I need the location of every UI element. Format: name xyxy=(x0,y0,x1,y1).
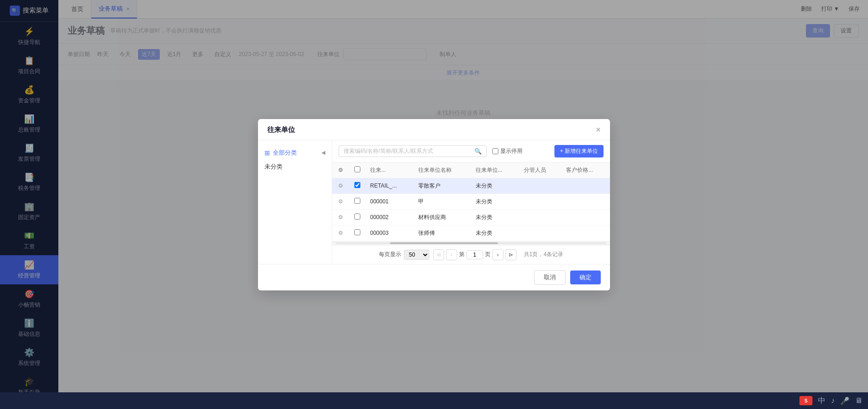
row-code: 000003 xyxy=(365,225,414,241)
scrollbar-thumb xyxy=(390,242,498,244)
dialog-body: ⊞ 全部分类 ◀ 未分类 🔍 显示停用 xyxy=(258,140,610,264)
search-box: 🔍 xyxy=(339,145,487,157)
row-manager xyxy=(519,225,561,241)
row-checkbox-cell[interactable] xyxy=(349,225,365,241)
taskbar-zh-icon[interactable]: 中 xyxy=(818,396,825,406)
page-input[interactable] xyxy=(466,250,483,259)
page-suffix: 页 xyxy=(485,251,491,258)
col-price[interactable]: 客户价格... xyxy=(561,163,610,178)
dialog-close-icon[interactable]: × xyxy=(596,126,601,134)
row-checkbox-cell[interactable] xyxy=(349,178,365,194)
row-checkbox-cell[interactable] xyxy=(349,194,365,209)
per-page-label: 每页显示 xyxy=(379,251,401,258)
category-panel: ⊞ 全部分类 ◀ 未分类 xyxy=(258,140,332,264)
search-input[interactable] xyxy=(344,148,472,154)
table-row[interactable]: ⚙ 000003 张师傅 未分类 xyxy=(332,225,610,241)
row-category: 未分类 xyxy=(471,194,520,209)
row-name: 零散客户 xyxy=(414,178,471,194)
row-code: 000002 xyxy=(365,209,414,225)
col-manager[interactable]: 分管人员 xyxy=(519,163,561,178)
row-name: 张师傅 xyxy=(414,225,471,241)
taskbar-logo-icon: S xyxy=(799,396,812,405)
show-disabled-checkbox[interactable] xyxy=(492,148,498,154)
page-nav: ⊲ ‹ 第 页 › ⊳ xyxy=(433,249,516,260)
row-category: 未分类 xyxy=(471,209,520,225)
total-info: 共1页，4条记录 xyxy=(524,251,563,258)
col-check xyxy=(349,163,365,178)
row-manager xyxy=(519,178,561,194)
collapse-icon[interactable]: ◀ xyxy=(321,150,325,156)
pagination: 每页显示 50 20 100 ⊲ ‹ 第 页 › xyxy=(332,245,610,264)
row-code: RETAIL_... xyxy=(365,178,414,194)
row-gear-cell: ⚙ xyxy=(332,209,349,225)
row-checkbox-cell[interactable] xyxy=(349,209,365,225)
grid-icon: ⊞ xyxy=(264,149,270,157)
taskbar-screen-icon[interactable]: 🖥 xyxy=(855,396,862,405)
partner-dialog: 往来单位 × ⊞ 全部分类 ◀ 未分类 🔍 xyxy=(258,119,610,290)
row-price xyxy=(561,209,610,225)
gear-icon: ⚙ xyxy=(338,167,343,173)
category-all-label: 全部分类 xyxy=(273,149,297,157)
row-category: 未分类 xyxy=(471,225,520,241)
add-partner-btn[interactable]: + 新增往来单位 xyxy=(554,145,604,157)
col-gear: ⚙ xyxy=(332,163,349,178)
row-code: 000001 xyxy=(365,194,414,209)
row-price xyxy=(561,225,610,241)
select-all-checkbox[interactable] xyxy=(354,166,360,172)
row-name: 甲 xyxy=(414,194,471,209)
category-all[interactable]: ⊞ 全部分类 ◀ xyxy=(258,146,332,160)
category-unclassified[interactable]: 未分类 xyxy=(258,160,332,174)
taskbar-music-icon[interactable]: ♪ xyxy=(831,396,835,405)
col-code[interactable]: 往来... xyxy=(365,163,414,178)
per-page-selector: 每页显示 50 20 100 xyxy=(379,250,429,260)
page-prev-btn[interactable]: ‹ xyxy=(446,249,457,260)
col-category[interactable]: 往来单位... xyxy=(471,163,520,178)
page-label: 第 xyxy=(459,251,465,258)
table-row[interactable]: ⚙ 000001 甲 未分类 xyxy=(332,194,610,209)
taskbar-bottom: S 中 ♪ 🎤 🖥 xyxy=(0,392,868,409)
col-name[interactable]: 往来单位名称 xyxy=(414,163,471,178)
row-price xyxy=(561,178,610,194)
row-manager xyxy=(519,209,561,225)
row-checkbox[interactable] xyxy=(354,229,360,235)
dialog-table: ⚙ 往来... 往来单位名称 往来单位... 分管人员 客户价格... ⚙ xyxy=(332,163,610,241)
table-row[interactable]: ⚙ RETAIL_... 零散客户 未分类 xyxy=(332,178,610,194)
row-price xyxy=(561,194,610,209)
row-gear-cell: ⚙ xyxy=(332,225,349,241)
horizontal-scrollbar[interactable] xyxy=(332,241,610,245)
cancel-button[interactable]: 取消 xyxy=(534,270,566,285)
page-last-btn[interactable]: ⊳ xyxy=(505,249,516,260)
row-gear-cell: ⚙ xyxy=(332,178,349,194)
dialog-title: 往来单位 xyxy=(267,126,295,134)
confirm-button[interactable]: 确定 xyxy=(570,271,601,284)
page-next-btn[interactable]: › xyxy=(492,249,503,260)
taskbar-mic-icon[interactable]: 🎤 xyxy=(840,396,849,405)
show-disabled-text: 显示停用 xyxy=(500,147,522,155)
row-category: 未分类 xyxy=(471,178,520,194)
scrollbar-track xyxy=(336,242,606,244)
row-manager xyxy=(519,194,561,209)
row-checkbox[interactable] xyxy=(354,198,360,204)
dialog-toolbar: 🔍 显示停用 + 新增往来单位 xyxy=(332,140,610,163)
table-panel: 🔍 显示停用 + 新增往来单位 ⚙ xyxy=(332,140,610,264)
table-row[interactable]: ⚙ 000002 材料供应商 未分类 xyxy=(332,209,610,225)
per-page-select[interactable]: 50 20 100 xyxy=(404,250,429,260)
row-checkbox[interactable] xyxy=(354,182,360,188)
dialog-header: 往来单位 × xyxy=(258,119,610,140)
row-name: 材料供应商 xyxy=(414,209,471,225)
search-icon: 🔍 xyxy=(474,148,482,155)
dialog-overlay: 往来单位 × ⊞ 全部分类 ◀ 未分类 🔍 xyxy=(0,0,868,409)
row-gear-cell: ⚙ xyxy=(332,194,349,209)
show-disabled-label[interactable]: 显示停用 xyxy=(492,147,522,155)
page-first-btn[interactable]: ⊲ xyxy=(433,249,444,260)
row-checkbox[interactable] xyxy=(354,214,360,220)
dialog-footer: 取消 确定 xyxy=(258,264,610,290)
